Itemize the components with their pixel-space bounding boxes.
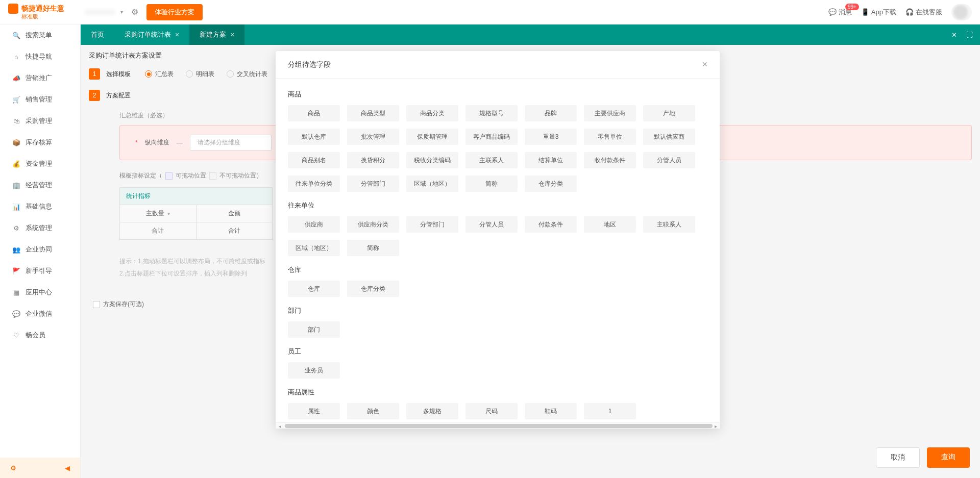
field-chip[interactable]: 保质期管理	[406, 129, 458, 145]
field-chip[interactable]: 商品分类	[406, 105, 458, 121]
field-group-title: 往来单位	[288, 201, 707, 210]
field-group-title: 仓库	[288, 265, 707, 274]
field-chip[interactable]: 默认仓库	[288, 129, 340, 145]
field-chip[interactable]: 往来单位分类	[288, 175, 340, 192]
field-chip[interactable]: 仓库分类	[347, 281, 399, 297]
field-chip[interactable]: 零售单位	[584, 129, 636, 145]
field-chip[interactable]: 业务员	[288, 362, 340, 379]
field-chip[interactable]: 结算单位	[525, 152, 577, 168]
field-chip[interactable]: 部门	[288, 321, 340, 338]
field-chip[interactable]: 1	[584, 403, 636, 419]
field-chip[interactable]: 区域（地区）	[406, 175, 458, 192]
field-chip[interactable]: 仓库分类	[525, 175, 577, 192]
scroll-right-icon[interactable]: ▸	[713, 423, 719, 429]
field-chip[interactable]: 分管部门	[347, 175, 399, 192]
field-chip[interactable]: 地区	[584, 216, 636, 233]
field-chip[interactable]: 分管人员	[465, 216, 518, 233]
close-icon[interactable]: ×	[702, 59, 707, 70]
field-chip[interactable]: 商品别名	[288, 152, 340, 168]
field-chip[interactable]: 品牌	[525, 105, 577, 121]
field-chip[interactable]: 主联系人	[465, 152, 518, 168]
field-chip[interactable]: 客户商品编码	[465, 129, 518, 145]
field-chip[interactable]: 仓库	[288, 281, 340, 297]
field-group-title: 员工	[288, 347, 707, 356]
field-chip[interactable]: 收付款条件	[584, 152, 636, 168]
field-chip[interactable]: 区域（地区）	[288, 240, 340, 256]
field-chip[interactable]: 商品类型	[347, 105, 399, 121]
field-chip[interactable]: 属性	[288, 403, 340, 419]
field-picker-modal: 分组待选字段 × 商品商品商品类型商品分类规格型号品牌主要供应商产地默认仓库批次…	[276, 51, 720, 429]
field-chip[interactable]: 主要供应商	[584, 105, 636, 121]
field-chip[interactable]: 批次管理	[347, 129, 399, 145]
field-chip[interactable]: 商品	[288, 105, 340, 121]
modal-horizontal-scrollbar[interactable]: ◂ ▸	[276, 422, 720, 429]
field-chip[interactable]: 供应商	[288, 216, 340, 233]
field-chip[interactable]: 多规格	[406, 403, 458, 419]
field-chip[interactable]: 重量3	[525, 129, 577, 145]
field-group-title: 商品属性	[288, 388, 707, 397]
scroll-left-icon[interactable]: ◂	[277, 423, 283, 429]
scrollbar-thumb[interactable]	[285, 424, 713, 428]
field-chip[interactable]: 供应商分类	[347, 216, 399, 233]
field-chip[interactable]: 税收分类编码	[406, 152, 458, 168]
field-group-title: 部门	[288, 306, 707, 315]
field-chip[interactable]: 分管部门	[406, 216, 458, 233]
modal-title: 分组待选字段	[288, 60, 331, 69]
field-chip[interactable]: 尺码	[465, 403, 518, 419]
field-chip[interactable]: 换货积分	[347, 152, 399, 168]
field-chip[interactable]: 简称	[347, 240, 399, 256]
field-chip[interactable]: 产地	[643, 105, 695, 121]
field-chip[interactable]: 主联系人	[643, 216, 695, 233]
field-chip[interactable]: 分管人员	[643, 152, 695, 168]
field-chip[interactable]: 颜色	[347, 403, 399, 419]
field-chip[interactable]: 付款条件	[525, 216, 577, 233]
field-chip[interactable]: 规格型号	[465, 105, 518, 121]
field-chip[interactable]: 默认供应商	[643, 129, 695, 145]
field-chip[interactable]: 简称	[465, 175, 518, 192]
field-group-title: 商品	[288, 90, 707, 99]
field-chip[interactable]: 鞋码	[525, 403, 577, 419]
